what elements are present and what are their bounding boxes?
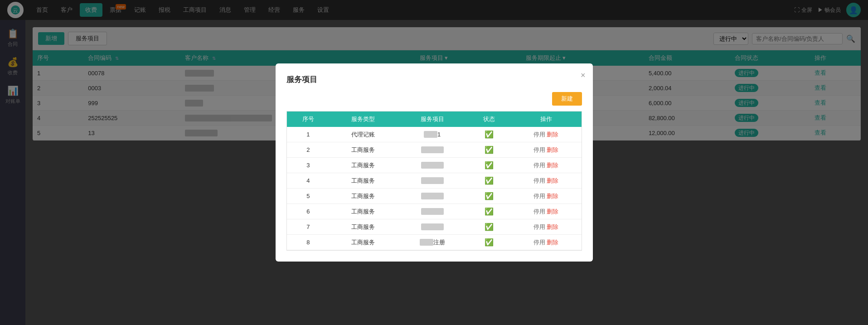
status-check-icon: ✅ [485,208,494,215]
modal-cell-item: ██1 [397,127,468,142]
modal-cell-item: ██注册 [397,235,468,250]
list-item: 5 工商服务 ███ ✅ 停用 删除 [287,189,582,204]
modal-cell-type: 工商服务 [330,158,397,173]
service-modal: 服务项目 × 新建 序号 服务类型 服务项目 状态 操作 [276,63,593,262]
modal-new-button[interactable]: 新建 [552,92,582,106]
modal-cell-seq: 5 [287,189,330,204]
stop-button[interactable]: 停用 [533,208,545,216]
modal-close-button[interactable]: × [581,71,586,80]
delete-button[interactable]: 删除 [547,146,558,154]
modal-col-type: 服务类型 [330,112,397,127]
modal-cell-seq: 4 [287,173,330,189]
list-item: 7 工商服务 ███ ✅ 停用 删除 [287,219,582,235]
modal-title: 服务项目 [286,74,582,85]
modal-cell-item: ███ [397,219,468,235]
modal-cell-type: 工商服务 [330,142,397,158]
modal-cell-actions: 停用 删除 [511,189,582,204]
modal-cell-seq: 1 [287,127,330,142]
delete-button[interactable]: 删除 [547,161,558,170]
modal-cell-type: 工商服务 [330,219,397,235]
list-item: 4 工商服务 ███ ✅ 停用 删除 [287,173,582,189]
main-content: 新增 服务项目 进行中 🔍 序号 合同编码 ⇅ 客户名称 ⇅ 服务项目 ▾ 服务… [25,20,868,325]
modal-cell-status: ✅ [468,235,511,250]
stop-button[interactable]: 停用 [533,146,545,154]
status-check-icon: ✅ [485,131,494,138]
modal-cell-item: ███ [397,173,468,189]
delete-button[interactable]: 删除 [547,177,558,185]
modal-cell-status: ✅ [468,219,511,235]
stop-button[interactable]: 停用 [533,223,545,231]
modal-toolbar: 新建 [286,92,582,106]
status-check-icon: ✅ [485,161,494,169]
modal-cell-status: ✅ [468,142,511,158]
list-item: 1 代理记账 ██1 ✅ 停用 删除 [287,127,582,142]
modal-cell-status: ✅ [468,158,511,173]
delete-button[interactable]: 删除 [547,223,558,231]
modal-cell-type: 工商服务 [330,204,397,219]
delete-button[interactable]: 删除 [547,192,558,200]
stop-button[interactable]: 停用 [533,131,545,139]
list-item: 6 工商服务 █████ ✅ 停用 删除 [287,204,582,219]
modal-overlay[interactable]: 服务项目 × 新建 序号 服务类型 服务项目 状态 操作 [0,0,868,325]
stop-button[interactable]: 停用 [533,161,545,170]
modal-cell-seq: 8 [287,235,330,250]
stop-button[interactable]: 停用 [533,192,545,200]
modal-cell-seq: 3 [287,158,330,173]
status-check-icon: ✅ [485,223,494,231]
modal-table-wrap[interactable]: 序号 服务类型 服务项目 状态 操作 1 代理记账 ██1 ✅ 停用 删除 2 … [286,111,582,251]
status-check-icon: ✅ [485,177,494,184]
modal-cell-item: █████ [397,204,468,219]
stop-button[interactable]: 停用 [533,177,545,185]
modal-cell-actions: 停用 删除 [511,204,582,219]
modal-col-status: 状态 [468,112,511,127]
list-item: 8 工商服务 ██注册 ✅ 停用 删除 [287,235,582,250]
modal-cell-status: ✅ [468,173,511,189]
modal-cell-actions: 停用 删除 [511,219,582,235]
modal-cell-seq: 6 [287,204,330,219]
modal-cell-actions: 停用 删除 [511,142,582,158]
modal-cell-actions: 停用 删除 [511,235,582,250]
modal-cell-actions: 停用 删除 [511,173,582,189]
delete-button[interactable]: 删除 [547,131,558,139]
modal-col-item: 服务项目 [397,112,468,127]
modal-cell-seq: 2 [287,142,330,158]
modal-cell-status: ✅ [468,127,511,142]
modal-cell-actions: 停用 删除 [511,158,582,173]
modal-cell-type: 工商服务 [330,235,397,250]
modal-cell-item: ████ [397,158,468,173]
modal-table: 序号 服务类型 服务项目 状态 操作 1 代理记账 ██1 ✅ 停用 删除 2 … [287,112,582,250]
status-check-icon: ✅ [485,146,494,154]
modal-cell-type: 工商服务 [330,189,397,204]
modal-cell-actions: 停用 删除 [511,127,582,142]
status-check-icon: ✅ [485,238,494,246]
modal-cell-seq: 7 [287,219,330,235]
delete-button[interactable]: 删除 [547,208,558,216]
modal-cell-item: ███ [397,189,468,204]
list-item: 2 工商服务 ████ ✅ 停用 删除 [287,142,582,158]
stop-button[interactable]: 停用 [533,238,545,247]
list-item: 3 工商服务 ████ ✅ 停用 删除 [287,158,582,173]
modal-col-action: 操作 [511,112,582,127]
delete-button[interactable]: 删除 [547,238,558,247]
modal-cell-type: 代理记账 [330,127,397,142]
modal-cell-status: ✅ [468,204,511,219]
modal-cell-type: 工商服务 [330,173,397,189]
modal-cell-item: ████ [397,142,468,158]
modal-cell-status: ✅ [468,189,511,204]
status-check-icon: ✅ [485,192,494,200]
modal-col-seq: 序号 [287,112,330,127]
